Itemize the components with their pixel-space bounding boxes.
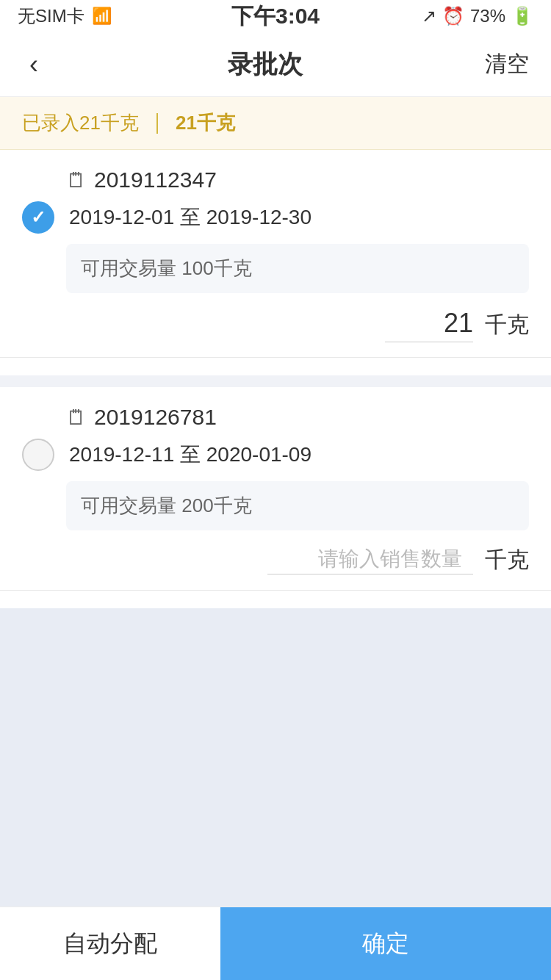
auto-distribute-button[interactable]: 自动分配: [0, 907, 220, 980]
batch-id-icon-2: 🗒: [66, 406, 87, 430]
alarm-icon: ⏰: [442, 6, 464, 26]
empty-area: [0, 608, 551, 932]
batch-item-2-inner: 🗒 2019126781 2019-12-11 至 2020-01-09 可用交…: [0, 387, 551, 530]
wifi-icon: 📶: [92, 7, 112, 26]
batch-1-quantity-row: 21 千克: [0, 293, 551, 358]
batch-1-quantity-value: 21: [444, 308, 473, 339]
location-icon: ↗: [422, 6, 436, 26]
batch-1-date: 2019-12-01 至 2019-12-30: [69, 203, 311, 231]
batch-1-quantity-underline: 21: [385, 308, 473, 342]
batch-2-input-row: 千克: [0, 530, 551, 591]
batch-2-quantity-input[interactable]: [267, 546, 473, 574]
back-button[interactable]: ‹: [22, 42, 46, 87]
batch-item-1: 🗒 2019112347 2019-12-01 至 2019-12-30 可用交…: [0, 150, 551, 375]
status-time: 下午3:04: [231, 1, 320, 32]
bottom-bar: 自动分配 确定: [0, 907, 551, 980]
batch-2-date: 2019-12-11 至 2020-01-09: [69, 441, 311, 469]
batch-1-id: 2019112347: [94, 167, 217, 192]
batch-id-icon-1: 🗒: [66, 168, 87, 192]
batch-2-header: 🗒 2019126781: [66, 405, 529, 430]
batch-2-available: 可用交易量 200千克: [66, 481, 529, 530]
batch-2-input-unit: 千克: [485, 545, 529, 575]
batch-1-quantity-unit: 千克: [485, 310, 529, 340]
batch-item-1-inner: 🗒 2019112347 2019-12-01 至 2019-12-30 可用交…: [0, 150, 551, 293]
battery-label: 73%: [470, 6, 505, 26]
batch-1-radio[interactable]: [22, 201, 54, 234]
batch-2-id: 2019126781: [94, 405, 217, 430]
info-banner: 已录入21千克 21千克: [0, 97, 551, 150]
batch-1-available: 可用交易量 100千克: [66, 244, 529, 293]
page-title: 录批次: [228, 48, 303, 82]
batch-item-2: 🗒 2019126781 2019-12-11 至 2020-01-09 可用交…: [0, 387, 551, 608]
carrier-label: 无SIM卡: [18, 4, 84, 28]
clear-button[interactable]: 清空: [485, 49, 529, 79]
confirm-button[interactable]: 确定: [220, 907, 551, 980]
battery-icon: 🔋: [511, 6, 533, 26]
info-divider: [156, 113, 158, 134]
info-value: 21千克: [176, 110, 235, 136]
info-recorded-label: 已录入21千克: [22, 110, 139, 136]
status-bar: 无SIM卡 📶 下午3:04 ↗ ⏰ 73% 🔋: [0, 0, 551, 32]
nav-bar: ‹ 录批次 清空: [0, 32, 551, 97]
section-separator: [0, 375, 551, 387]
batch-1-date-row: 2019-12-01 至 2019-12-30: [22, 201, 529, 234]
batch-1-header: 🗒 2019112347: [66, 167, 529, 192]
batch-2-date-row: 2019-12-11 至 2020-01-09: [22, 439, 529, 471]
status-right: ↗ ⏰ 73% 🔋: [422, 6, 533, 26]
status-left: 无SIM卡 📶: [18, 4, 112, 28]
batch-2-radio[interactable]: [22, 439, 54, 471]
